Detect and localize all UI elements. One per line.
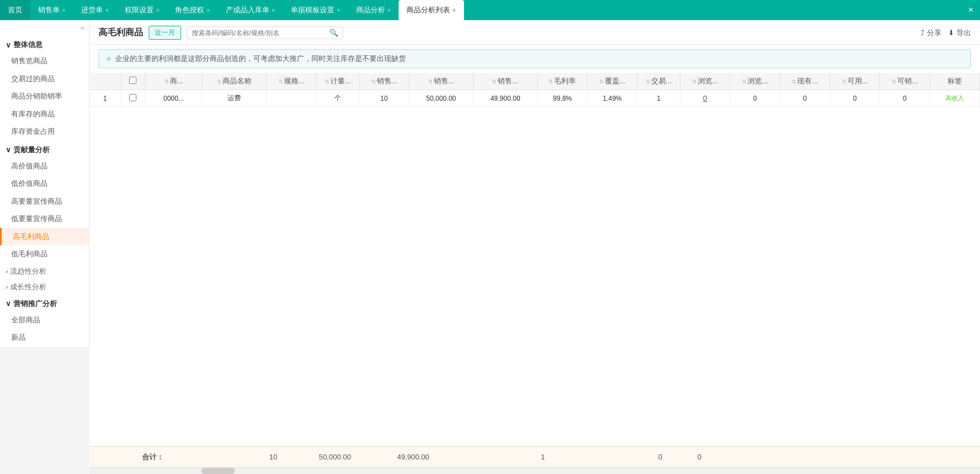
sidebar-item-high-demand[interactable]: 高要量宣传商品: [0, 193, 89, 210]
th-gross-sort-icon: ⇅: [548, 78, 553, 85]
th-browse2-sort-icon: ⇅: [742, 78, 746, 85]
search-icon[interactable]: 🔍: [329, 29, 338, 37]
th-trade-sort-icon: ⇅: [646, 78, 650, 85]
th-avail-sort-icon: ⇅: [842, 78, 846, 85]
close-finished-goods-icon[interactable]: ×: [272, 0, 275, 20]
cell-tag: 高收入: [930, 90, 979, 107]
cell-browse1[interactable]: 0: [680, 90, 730, 107]
nav-permission-settings[interactable]: 权限设置 ×: [117, 0, 167, 20]
th-code[interactable]: ⇅ 商...: [145, 73, 202, 90]
nav-home[interactable]: 首页: [0, 0, 30, 20]
sidebar-item-low-value[interactable]: 低价值商品: [0, 175, 89, 193]
nav-product-analysis[interactable]: 商品分析 ×: [348, 0, 399, 20]
cell-saleable: 0: [880, 90, 930, 107]
sidebar-item-inventory-funds[interactable]: 库存资金占用: [0, 123, 89, 140]
filter-last-month-button[interactable]: 近一月: [149, 26, 181, 40]
th-trade[interactable]: ⇅ 交易...: [637, 73, 680, 90]
cell-trade: 1: [637, 90, 680, 107]
search-box: 🔍: [187, 26, 343, 39]
sidebar-item-low-margin[interactable]: 低毛利商品: [0, 245, 89, 263]
search-input[interactable]: [192, 29, 329, 37]
table-container[interactable]: ⇅ 商... ⇅ 商品名称 ⇅: [89, 73, 980, 446]
sidebar-item-low-demand[interactable]: 低要量宣传商品: [0, 210, 89, 228]
sidebar-collapse-button[interactable]: «: [81, 24, 84, 32]
cell-name: 运费: [202, 90, 267, 107]
th-unit[interactable]: ⇅ 计量...: [316, 73, 359, 90]
top-nav: 首页 销售单 × 进货单 × 权限设置 × 角色授权 × 产成品入库单 × 单据…: [0, 0, 980, 20]
th-sort-icon: ⇅: [164, 78, 169, 85]
th-sales-amt[interactable]: ⇅ 销售...: [409, 73, 474, 90]
nav-analysis-list[interactable]: 商品分析列表 ×: [399, 0, 463, 20]
share-button[interactable]: ⤴ 分享: [921, 28, 941, 38]
sidebar-group-marketing[interactable]: ∨ 营销推广分析: [0, 294, 89, 311]
cell-browse2: 0: [730, 90, 780, 107]
th-available[interactable]: ⇅ 可用...: [830, 73, 879, 90]
th-gross-rate[interactable]: ⇅ 毛利率: [537, 73, 587, 90]
nav-template-settings[interactable]: 单据模板设置 ×: [283, 0, 348, 20]
close-purchase-order-icon[interactable]: ×: [105, 0, 108, 20]
nav-role-auth[interactable]: 角色授权 ×: [167, 0, 217, 20]
th-browse2[interactable]: ⇅ 浏览...: [730, 73, 780, 90]
info-banner: ✧ 企业的主要的利润都是这部分商品创造的，可考虑加大推广，同时关注库存是不要出现…: [98, 49, 971, 68]
page-title: 高毛利商品: [98, 27, 143, 39]
content-header: 高毛利商品 近一月 🔍 ⤴ 分享 ⬇ 导出: [89, 20, 980, 45]
close-all-button[interactable]: ×: [968, 5, 973, 15]
th-coverage[interactable]: ⇅ 覆盖...: [588, 73, 637, 90]
close-sales-order-icon[interactable]: ×: [62, 0, 65, 20]
cell-coverage: 1.49%: [588, 90, 637, 107]
sidebar-group-overall[interactable]: ∨ 整体信息: [0, 35, 89, 52]
th-current[interactable]: ⇅ 现有...: [780, 73, 830, 90]
sidebar-item-sales-assist[interactable]: 商品分销助销率: [0, 87, 89, 105]
sidebar-group-trend[interactable]: › 流趋性分析: [0, 263, 89, 279]
th-sales-qty[interactable]: ⇅ 销售...: [359, 73, 409, 90]
row-checkbox[interactable]: [129, 94, 136, 101]
sidebar-item-all-goods[interactable]: 全部商品: [0, 311, 89, 329]
sidebar-item-high-value[interactable]: 高价值商品: [0, 157, 89, 175]
footer-profit: 49,900.00: [356, 453, 434, 461]
cell-checkbox[interactable]: [121, 90, 145, 107]
th-browse1[interactable]: ⇅ 浏览...: [680, 73, 730, 90]
th-saleable[interactable]: ⇅ 可销...: [880, 73, 930, 90]
sidebar-group-contribution[interactable]: ∨ 贡献量分析: [0, 140, 89, 157]
cell-sales-qty: 10: [359, 90, 409, 107]
sidebar-item-sales-goods[interactable]: 销售览商品: [0, 52, 89, 70]
th-saleable-sort-icon: ⇅: [892, 78, 896, 85]
th-sales-profit[interactable]: ⇅ 销售...: [473, 73, 537, 90]
select-all-checkbox[interactable]: [129, 77, 136, 84]
close-role-auth-icon[interactable]: ×: [206, 0, 210, 20]
sidebar-item-in-stock-goods[interactable]: 有库存的商品: [0, 105, 89, 123]
th-name[interactable]: ⇅ 商品名称: [202, 73, 267, 90]
table-footer: 合计： 10 50,000.00 49,900.00 1 0 0: [89, 446, 980, 467]
th-browse1-sort-icon: ⇅: [692, 78, 697, 85]
footer-values: 合计： 10 50,000.00 49,900.00 1 0 0: [98, 452, 971, 462]
sidebar-item-new-goods[interactable]: 新品: [0, 328, 89, 346]
content-area: 高毛利商品 近一月 🔍 ⤴ 分享 ⬇ 导出 ✧ 企业的主要的利润都是这部分商品创…: [89, 20, 980, 474]
nav-purchase-order[interactable]: 进货单 ×: [73, 0, 116, 20]
cell-index: 1: [89, 90, 121, 107]
cell-code: 0000...: [145, 90, 202, 107]
horizontal-scrollbar[interactable]: [89, 467, 980, 474]
high-income-tag: 高收入: [945, 95, 964, 101]
sidebar-item-high-margin[interactable]: 高毛利商品: [0, 228, 89, 246]
th-tag: 标签: [930, 73, 979, 90]
th-checkbox[interactable]: [121, 73, 145, 90]
header-actions: ⤴ 分享 ⬇ 导出: [921, 28, 971, 38]
chevron-down-icon-3: ∨: [6, 299, 11, 308]
nav-sales-order[interactable]: 销售单 ×: [30, 0, 73, 20]
th-qty-sort-icon: ⇅: [371, 78, 376, 85]
table-header-row: ⇅ 商... ⇅ 商品名称 ⇅: [89, 73, 980, 90]
close-permission-icon[interactable]: ×: [156, 0, 159, 20]
nav-finished-goods[interactable]: 产成品入库单 ×: [218, 0, 283, 20]
sidebar-group-growth[interactable]: › 成长性分析: [0, 279, 89, 294]
chevron-down-icon: ∨: [6, 41, 11, 49]
table-body: 1 0000... 运费 个 10 50,000.00 49,900.00 99…: [89, 90, 980, 107]
close-analysis-list-icon[interactable]: ×: [452, 0, 456, 20]
close-template-icon[interactable]: ×: [337, 0, 340, 20]
sidebar-item-traded-goods[interactable]: 交易过的商品: [0, 70, 89, 88]
th-spec[interactable]: ⇅ 规格...: [266, 73, 316, 90]
cell-sales-amt: 50,000.00: [409, 90, 474, 107]
browse1-link[interactable]: 0: [703, 94, 707, 102]
th-amt-sort-icon: ⇅: [428, 78, 433, 85]
export-button[interactable]: ⬇ 导出: [948, 28, 971, 38]
close-product-analysis-icon[interactable]: ×: [387, 0, 391, 20]
